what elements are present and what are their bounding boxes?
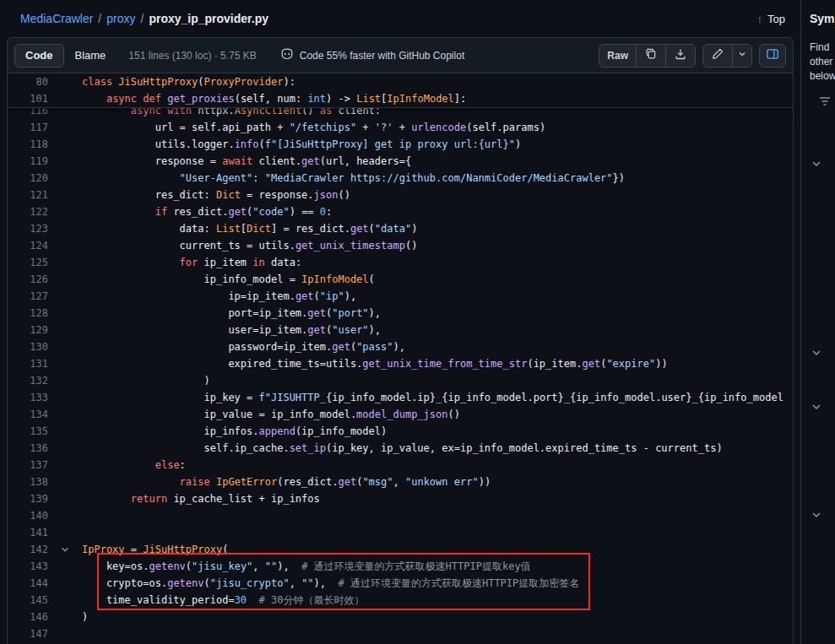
line-number[interactable]: 138 xyxy=(8,474,48,490)
line-number[interactable]: 120 xyxy=(8,170,48,187)
fold-gutter xyxy=(48,220,82,237)
line-number[interactable]: 119 xyxy=(8,153,48,170)
copy-button[interactable] xyxy=(636,45,665,67)
fold-gutter xyxy=(48,288,82,305)
fold-gutter xyxy=(48,305,82,322)
breadcrumb-separator: / xyxy=(140,12,144,25)
edit-button[interactable] xyxy=(703,45,732,67)
tab-code[interactable]: Code xyxy=(14,44,64,68)
code-text: ip_info_model = IpInfoModel( xyxy=(82,271,793,288)
fold-gutter xyxy=(48,153,82,170)
line-number[interactable]: 128 xyxy=(8,305,48,322)
fold-gutter xyxy=(48,254,82,271)
symbol-collapse-chevron-icon[interactable] xyxy=(810,157,823,170)
line-number[interactable]: 123 xyxy=(8,220,48,237)
line-number[interactable]: 121 xyxy=(8,187,48,203)
download-button[interactable] xyxy=(665,45,695,67)
fold-gutter xyxy=(48,108,82,119)
fold-gutter xyxy=(48,322,82,338)
line-number[interactable]: 130 xyxy=(8,338,48,355)
code-text: time_validity_period=30 # 30分钟（最长时效） xyxy=(82,592,793,609)
line-number[interactable]: 132 xyxy=(8,372,48,389)
raw-button[interactable]: Raw xyxy=(599,45,636,67)
line-number[interactable]: 127 xyxy=(8,288,48,305)
line-number[interactable]: 80 xyxy=(8,73,48,90)
code-line: 126 ip_info_model = IpInfoModel( xyxy=(8,271,793,288)
symbols-desc-line: Find xyxy=(810,41,835,55)
line-number[interactable]: 136 xyxy=(8,440,48,457)
copilot-badge[interactable]: Code 55% faster with GitHub Copilot xyxy=(280,47,464,63)
fold-gutter xyxy=(48,457,82,474)
line-number[interactable]: 146 xyxy=(8,609,48,625)
symbols-desc-line: below xyxy=(810,69,835,84)
code-line: 145 time_validity_period=30 # 30分钟（最长时效） xyxy=(8,592,793,609)
line-number[interactable]: 131 xyxy=(8,355,48,372)
arrow-up-icon: ↑ xyxy=(757,13,763,25)
line-number[interactable]: 135 xyxy=(8,423,48,440)
back-to-top-button[interactable]: ↑ Top xyxy=(757,13,785,25)
code-line: 138 raise IpGetError(res_dict.get("msg",… xyxy=(8,474,793,490)
line-number[interactable]: 116 xyxy=(8,108,48,119)
sticky-context-lines: 80class JiSuHttpProxy(ProxyProvider):101… xyxy=(8,73,793,108)
line-number[interactable]: 141 xyxy=(8,524,48,541)
line-number[interactable]: 117 xyxy=(8,119,48,136)
line-number[interactable]: 101 xyxy=(8,90,48,107)
fold-gutter xyxy=(48,558,82,575)
line-number[interactable]: 147 xyxy=(8,625,48,642)
symbols-panel-toggle-button[interactable] xyxy=(759,44,786,68)
fold-gutter xyxy=(48,203,82,220)
sidebar-icon xyxy=(766,47,779,63)
code-text: ip=ip_item.get("ip"), xyxy=(82,288,793,305)
code-line: 144 crypto=os.getenv("jisu_crypto", ""),… xyxy=(8,575,793,592)
code-text: response = await client.get(url, headers… xyxy=(82,153,793,170)
code-line: 140 xyxy=(8,507,793,524)
copilot-icon xyxy=(280,47,294,63)
code-text: ip_value = ip_info_model.model_dump_json… xyxy=(82,406,793,423)
code-line: 132 ) xyxy=(8,372,793,389)
code-line: 143 key=os.getenv("jisu_key", ""), # 通过环… xyxy=(8,558,793,575)
code-area: 80class JiSuHttpProxy(ProxyProvider):101… xyxy=(8,73,793,644)
line-number[interactable]: 137 xyxy=(8,457,48,474)
line-number[interactable]: 142 xyxy=(8,541,48,558)
code-line: 133 ip_key = f"JISUHTTP_{ip_info_model.i… xyxy=(8,389,793,406)
line-number[interactable]: 134 xyxy=(8,406,48,423)
code-line: 121 res_dict: Dict = response.json() xyxy=(8,187,793,203)
line-number[interactable]: 139 xyxy=(8,490,48,507)
code-line: 134 ip_value = ip_info_model.model_dump_… xyxy=(8,406,793,423)
line-number[interactable]: 118 xyxy=(8,136,48,153)
line-number[interactable]: 143 xyxy=(8,558,48,575)
fold-gutter xyxy=(48,119,82,136)
filter-button[interactable] xyxy=(818,95,832,111)
line-number[interactable]: 145 xyxy=(8,592,48,609)
fold-gutter xyxy=(48,271,82,288)
tab-blame[interactable]: Blame xyxy=(64,44,117,68)
code-text: password=ip_item.get("pass"), xyxy=(82,338,793,355)
code-line: 118 utils.logger.info(f"[JiSuHttpProxy] … xyxy=(8,136,793,153)
breadcrumb-folder-link[interactable]: proxy xyxy=(106,12,135,25)
breadcrumb-repo-link[interactable]: MediaCrawler xyxy=(20,12,93,25)
line-number[interactable]: 144 xyxy=(8,575,48,592)
line-number[interactable]: 140 xyxy=(8,507,48,524)
symbol-collapse-chevron-icon[interactable] xyxy=(810,400,823,414)
code-line: 124 current_ts = utils.get_unix_timestam… xyxy=(8,237,793,254)
line-number[interactable]: 126 xyxy=(8,271,48,288)
symbol-collapse-chevron-icon[interactable] xyxy=(810,508,823,522)
edit-button-group xyxy=(702,44,752,68)
line-number[interactable]: 129 xyxy=(8,322,48,338)
code-text: class JiSuHttpProxy(ProxyProvider): xyxy=(82,73,793,90)
code-text: utils.logger.info(f"[JiSuHttpProxy] get … xyxy=(82,136,793,153)
fold-gutter xyxy=(48,338,82,355)
fold-gutter xyxy=(48,423,82,440)
edit-dropdown-button[interactable] xyxy=(732,45,751,67)
code-line: 146) xyxy=(8,609,793,625)
symbol-collapse-chevron-icon[interactable] xyxy=(810,346,823,360)
line-number[interactable]: 125 xyxy=(8,254,48,271)
line-number[interactable]: 133 xyxy=(8,389,48,406)
fold-gutter xyxy=(48,237,82,254)
fold-chevron-icon[interactable] xyxy=(48,541,82,558)
code-line: 128 port=ip_item.get("port"), xyxy=(8,305,793,322)
fold-gutter xyxy=(48,187,82,203)
line-number[interactable]: 124 xyxy=(8,237,48,254)
code-text: ip_infos.append(ip_info_model) xyxy=(82,423,793,440)
line-number[interactable]: 122 xyxy=(8,203,48,220)
